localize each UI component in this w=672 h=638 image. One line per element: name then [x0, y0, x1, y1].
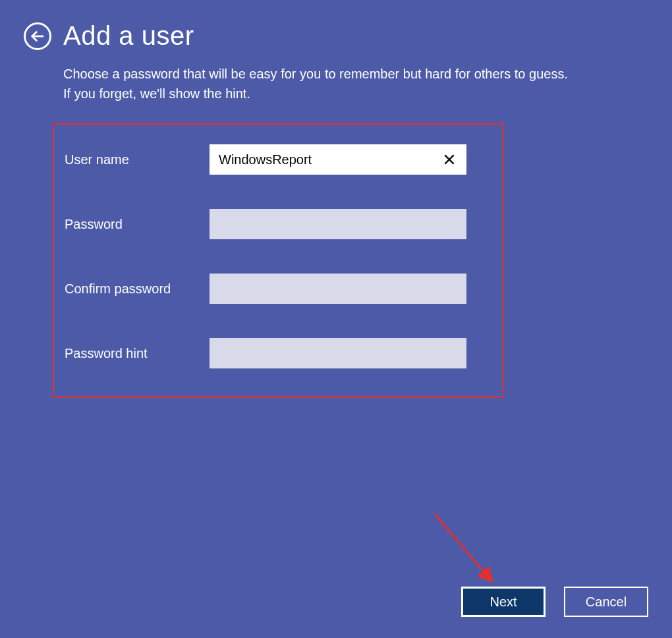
confirm-password-input[interactable] [210, 274, 466, 304]
username-input[interactable] [210, 144, 466, 175]
close-icon [443, 153, 456, 166]
arrow-left-icon [30, 29, 45, 44]
confirm-password-label: Confirm password [65, 281, 210, 297]
password-label: Password [65, 217, 210, 232]
clear-username-button[interactable] [435, 144, 464, 175]
username-label: User name [65, 152, 210, 167]
page-title: Add a user [63, 21, 194, 51]
next-button[interactable]: Next [461, 587, 546, 617]
svg-line-3 [435, 514, 491, 580]
password-hint-label: Password hint [65, 346, 210, 361]
annotation-arrow-icon [428, 508, 507, 600]
form-highlight-box: User name Password Confirm password Pass… [53, 123, 503, 397]
cancel-button[interactable]: Cancel [564, 587, 648, 617]
subtitle-line-1: Choose a password that will be easy for … [63, 67, 568, 81]
page-subtitle: Choose a password that will be easy for … [0, 64, 672, 103]
back-button[interactable] [24, 22, 51, 50]
subtitle-line-2: If you forget, we'll show the hint. [63, 86, 250, 101]
password-input[interactable] [210, 209, 466, 239]
password-hint-input[interactable] [210, 338, 466, 368]
